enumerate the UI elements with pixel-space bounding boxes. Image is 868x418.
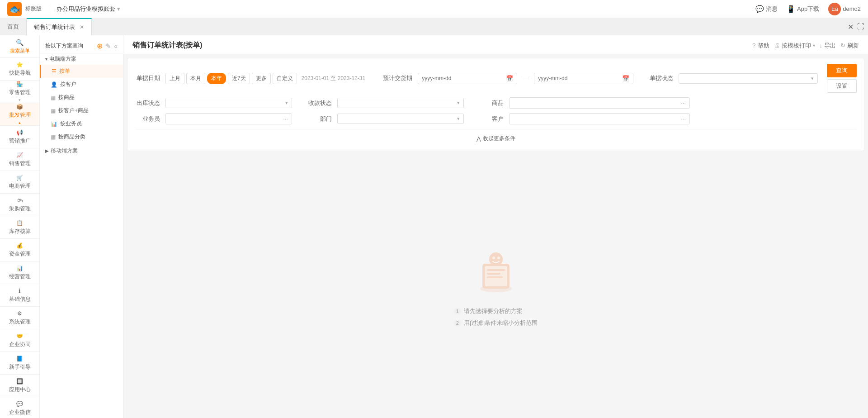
fullscreen-button[interactable]: ⛶	[857, 22, 864, 31]
date-btn-custom[interactable]: 自定义	[273, 73, 297, 84]
wholesale-icon: 📦	[16, 104, 23, 110]
section-pc-arrow: ▾	[45, 57, 47, 62]
menu-item-by-customer[interactable]: 👤 按客户	[40, 78, 123, 91]
filter-area: 单据日期 上月 本月 本年 近7天 更多 自定义 2023-01-01 至 20…	[127, 58, 864, 151]
calendar-start-icon[interactable]: 📅	[506, 75, 513, 82]
workspace-selector[interactable]: 办公用品行业模拟账套 ▾	[57, 5, 120, 13]
expected-date-start-input[interactable]	[422, 75, 506, 81]
search-menu-icon: 🔍	[16, 39, 24, 46]
sidebar-item-enterprise[interactable]: 🤝 企业协同	[0, 329, 39, 352]
menu-item-by-customer-product[interactable]: ▦ 按客户+商品	[40, 104, 123, 117]
export-icon: ↓	[820, 42, 823, 49]
section-mobile[interactable]: ▶ 移动端方案	[40, 145, 123, 157]
inventory-label: 库存核算	[9, 228, 31, 235]
sidebar-item-system[interactable]: ⚙ 系统管理	[0, 307, 39, 329]
by-product-label: 按商品	[58, 94, 75, 101]
left-panel-header: 按以下方案查询 ⊕ ✎ «	[40, 39, 123, 53]
customer-more-icon[interactable]: ···	[681, 115, 686, 122]
expected-date-start[interactable]: 📅	[418, 73, 517, 84]
page-title: 销售订单统计表(按单)	[132, 41, 203, 50]
sidebar-item-app-center[interactable]: 🔲 应用中心	[0, 375, 39, 397]
purchase-label: 采购管理	[9, 205, 31, 213]
wechat-icon: 💬	[16, 401, 23, 407]
export-button[interactable]: ↓ 导出	[820, 42, 836, 50]
refresh-button[interactable]: ↻ 刷新	[840, 42, 859, 50]
system-label: 系统管理	[9, 318, 31, 326]
app-center-icon: 🔲	[16, 378, 23, 385]
outbound-select[interactable]: ▾	[165, 98, 292, 108]
department-select[interactable]: ▾	[337, 114, 464, 124]
wholesale-arrow: ▴	[19, 120, 21, 125]
tab-sales-order-stat-label: 销售订单统计表	[34, 23, 75, 31]
salesperson-more-icon[interactable]: ···	[283, 115, 288, 122]
sidebar-item-retail[interactable]: 🏪 零售管理 ▾	[0, 81, 39, 103]
brand-logo: 🐟	[7, 2, 22, 16]
finance-label: 资金管理	[9, 250, 31, 258]
date-btn-more[interactable]: 更多	[252, 73, 271, 84]
date-btn-7days[interactable]: 近7天	[228, 73, 250, 84]
by-customer-product-icon: ▦	[51, 108, 56, 114]
add-scheme-button[interactable]: ⊕	[97, 42, 103, 50]
sidebar-item-wholesale[interactable]: 📦 批发管理 ▴	[0, 103, 39, 126]
calendar-end-icon[interactable]: 📅	[622, 75, 629, 82]
topbar-left: 🐟 标胀版 办公用品行业模拟账套 ▾	[7, 2, 120, 16]
content-area: 按以下方案查询 ⊕ ✎ « ▾ 电脑端方案 ☰ 按单 👤 按客户	[40, 35, 868, 418]
print-icon: 🖨	[774, 42, 780, 49]
set-button[interactable]: 设置	[827, 79, 857, 93]
tabbar-right: ✕ ⛶	[848, 22, 864, 31]
help-button[interactable]: ? 帮助	[752, 42, 769, 50]
close-window-button[interactable]: ✕	[848, 22, 854, 31]
receipt-label: 收款状态	[307, 99, 332, 107]
tab-sales-order-stat[interactable]: 销售订单统计表 ✕	[27, 18, 92, 35]
menu-item-by-order[interactable]: ☰ 按单	[40, 65, 123, 78]
sidebar-item-ecommerce[interactable]: 🛒 电商管理	[0, 171, 39, 194]
retail-label: 零售管理	[9, 89, 31, 96]
sidebar-item-search-menu[interactable]: 🔍 搜索菜单	[0, 35, 39, 58]
new-user-label: 新手引导	[9, 363, 31, 371]
quick-nav-icon: ⭐	[16, 62, 23, 68]
tab-home[interactable]: 首页	[0, 18, 27, 35]
status-select[interactable]: ▾	[679, 73, 818, 84]
date-btn-this-year[interactable]: 本年	[207, 73, 226, 84]
tab-close-icon[interactable]: ✕	[80, 24, 84, 30]
menu-item-by-salesperson[interactable]: 📊 按业务员	[40, 117, 123, 130]
receipt-select-arrow: ▾	[457, 100, 460, 106]
sidebar-item-quick-nav[interactable]: ⭐ 快捷导航	[0, 58, 39, 81]
sidebar-item-finance[interactable]: 💰 资金管理	[0, 239, 39, 261]
sidebar-item-marketing[interactable]: 📢 营销推广	[0, 126, 39, 148]
sidebar-item-wechat[interactable]: 💬 企业微信	[0, 397, 39, 418]
customer-select[interactable]: ···	[509, 113, 690, 124]
filter-row-3: 业务员 ··· 部门 ▾ 客户 ···	[135, 113, 857, 124]
section-pc[interactable]: ▾ 电脑端方案	[40, 53, 123, 65]
date-btn-last-month[interactable]: 上月	[165, 73, 184, 84]
sidebar-item-operations[interactable]: 📊 经营管理	[0, 261, 39, 284]
sidebar-item-basic-info[interactable]: ℹ 基础信息	[0, 284, 39, 307]
sidebar-item-new-user[interactable]: 📘 新手引导	[0, 352, 39, 375]
by-customer-label: 按客户	[60, 81, 76, 88]
product-more-icon[interactable]: ···	[681, 100, 686, 106]
sidebar-item-inventory[interactable]: 📋 库存核算	[0, 216, 39, 239]
sidebar-item-sales-mgmt[interactable]: 📈 销售管理	[0, 148, 39, 171]
template-print-button[interactable]: 🖨 按模板打印 ▾	[774, 42, 815, 50]
app-icon: 📱	[787, 5, 795, 13]
menu-item-by-product-category[interactable]: ▦ 按商品分类	[40, 130, 123, 143]
search-button[interactable]: 查询	[827, 64, 857, 77]
sidebar-item-purchase[interactable]: 🛍 采购管理	[0, 194, 39, 216]
message-button[interactable]: 💬 消息	[755, 5, 778, 13]
receipt-select[interactable]: ▾	[337, 98, 464, 108]
date-label: 单据日期	[135, 74, 160, 82]
product-label: 商品	[478, 99, 504, 107]
date-btn-this-month[interactable]: 本月	[186, 73, 205, 84]
edit-scheme-button[interactable]: ✎	[105, 42, 111, 50]
user-name: demo2	[843, 5, 861, 12]
product-select[interactable]: ···	[509, 97, 690, 109]
app-download-button[interactable]: 📱 App下载	[787, 5, 819, 13]
finance-icon: 💰	[16, 242, 23, 249]
expected-date-end-input[interactable]	[538, 75, 622, 81]
user-menu[interactable]: Ea demo2	[828, 3, 861, 15]
expected-date-end[interactable]: 📅	[534, 73, 633, 84]
collapse-panel-button[interactable]: «	[114, 43, 118, 50]
salesperson-select[interactable]: ···	[165, 113, 292, 124]
collapse-filter-button[interactable]: ⋀ 收起更多条件	[135, 132, 857, 145]
menu-item-by-product[interactable]: ▦ 按商品	[40, 91, 123, 104]
